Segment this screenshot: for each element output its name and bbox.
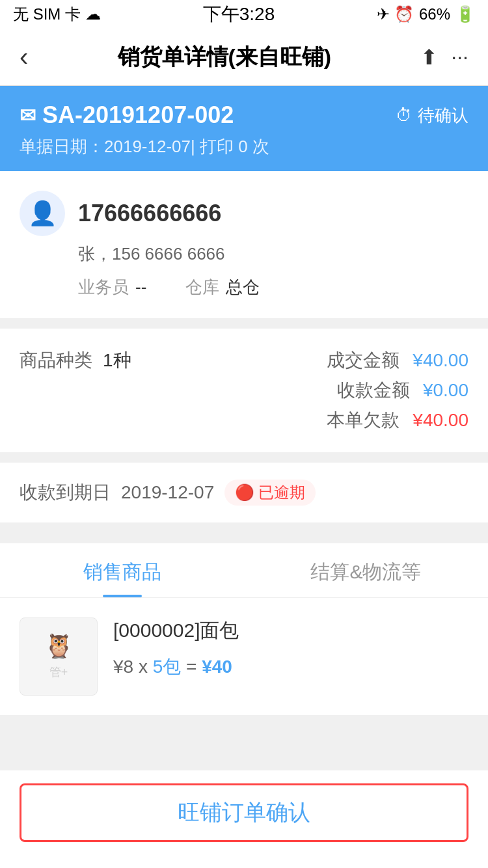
warehouse-meta: 仓库 总仓	[185, 276, 260, 299]
product-logo-text: 管+	[49, 666, 68, 679]
tab-bar: 销售商品 结算&物流等	[0, 543, 488, 598]
order-header: ✉ SA-20191207-002 ⏱ 待确认 单据日期：2019-12-07|…	[0, 86, 488, 171]
deal-amount-label: 成交金额	[327, 348, 400, 373]
order-date-row: 单据日期：2019-12-07| 打印 0 次	[20, 135, 468, 158]
status-clock-icon: ⏱	[396, 105, 413, 126]
product-thumbnail: 🦉 管+	[20, 617, 98, 696]
status-right: ✈ ⏰ 66% 🔋	[377, 5, 475, 23]
more-icon[interactable]: ···	[451, 45, 468, 69]
customer-meta: 业务员 -- 仓库 总仓	[78, 276, 468, 299]
sales-value: --	[135, 277, 146, 297]
due-label: 收款到期日	[20, 480, 111, 505]
order-status: ⏱ 待确认	[396, 104, 468, 127]
owed-amount-label: 本单欠款	[327, 408, 400, 433]
nav-actions: ⬆ ···	[420, 45, 468, 70]
sales-meta: 业务员 --	[78, 276, 146, 299]
type-value: 1种	[103, 348, 131, 373]
product-qty: 5包	[153, 657, 182, 677]
product-section: 🦉 管+ [0000002]面包 ¥8 x 5包 = ¥40	[0, 598, 488, 715]
type-label: 商品种类	[20, 348, 92, 373]
battery-icon: 🔋	[455, 5, 475, 23]
section-divider	[0, 533, 488, 543]
overdue-badge: 🔴 已逾期	[224, 480, 316, 506]
status-left: 无 SIM 卡 ☁	[13, 4, 101, 25]
signal-icon: ✈ ⏰	[377, 5, 414, 23]
summary-section: 商品种类 1种 成交金额 ¥40.00 收款金额 ¥0.00 本单欠款 ¥40.…	[0, 329, 488, 452]
overdue-icon: 🔴	[235, 483, 254, 502]
due-date-section: 收款到期日 2019-12-07 🔴 已逾期	[0, 463, 488, 522]
received-amount-value: ¥0.00	[423, 380, 468, 401]
product-type: 商品种类 1种	[20, 348, 131, 373]
back-button[interactable]: ‹	[20, 42, 28, 72]
share-icon[interactable]: ⬆	[420, 45, 438, 70]
product-name: [0000002]面包	[113, 617, 468, 644]
product-logo-icon: 🦉	[44, 632, 74, 660]
sales-label: 业务员	[78, 276, 129, 299]
tab-settlement[interactable]: 结算&物流等	[244, 543, 488, 597]
confirm-order-button[interactable]: 旺铺订单确认	[20, 783, 468, 842]
warehouse-label: 仓库	[185, 276, 219, 299]
battery-level: 66%	[419, 5, 450, 23]
warehouse-value: 总仓	[226, 276, 260, 299]
deal-amount-value: ¥40.00	[413, 350, 468, 371]
order-icon: ✉	[20, 104, 36, 127]
status-bar: 无 SIM 卡 ☁ 下午3:28 ✈ ⏰ 66% 🔋	[0, 0, 488, 29]
owed-amount-row: 本单欠款 ¥40.00	[327, 408, 468, 433]
tab-sales-products[interactable]: 销售商品	[0, 543, 244, 597]
product-price-row: ¥8 x 5包 = ¥40	[113, 655, 468, 679]
customer-row: 👤 17666666666	[20, 191, 468, 236]
due-date: 2019-12-07	[121, 482, 214, 503]
product-price: ¥8 x	[113, 657, 153, 677]
customer-name: 张，156 6666 6666	[78, 243, 468, 265]
customer-phone: 17666666666	[78, 200, 221, 227]
page-title: 销货单详情(来自旺铺)	[118, 42, 332, 72]
avatar: 👤	[20, 191, 65, 236]
sim-status: 无 SIM 卡 ☁	[13, 4, 101, 25]
product-thumb-inner: 🦉 管+	[44, 632, 74, 681]
overdue-text: 已逾期	[258, 482, 305, 503]
equals-sign: =	[181, 657, 202, 677]
bottom-bar: 旺铺订单确认	[0, 770, 488, 868]
product-info: [0000002]面包 ¥8 x 5包 = ¥40	[113, 617, 468, 679]
product-total: ¥40	[202, 657, 232, 677]
order-id: ✉ SA-20191207-002	[20, 102, 234, 129]
nav-bar: ‹ 销货单详情(来自旺铺) ⬆ ···	[0, 29, 488, 86]
owed-amount-value: ¥40.00	[413, 410, 468, 431]
received-amount-label: 收款金额	[337, 378, 410, 403]
status-time: 下午3:28	[203, 2, 275, 27]
deal-amount-row: 成交金额 ¥40.00	[327, 348, 468, 373]
amount-summary: 成交金额 ¥40.00 收款金额 ¥0.00 本单欠款 ¥40.00	[327, 348, 468, 433]
received-amount-row: 收款金额 ¥0.00	[337, 378, 468, 403]
customer-section: 👤 17666666666 张，156 6666 6666 业务员 -- 仓库 …	[0, 171, 488, 318]
order-id-row: ✉ SA-20191207-002 ⏱ 待确认	[20, 102, 468, 129]
